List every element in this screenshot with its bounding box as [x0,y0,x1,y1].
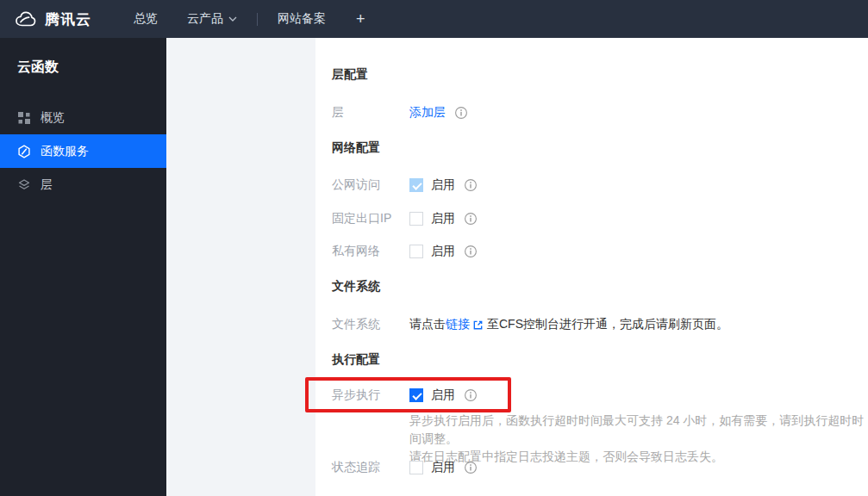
fixed-ip-checkbox[interactable] [409,212,423,226]
sidebar-item-layers[interactable]: 层 [0,168,166,202]
status-trace-label: 状态追踪 [332,460,409,475]
nav-divider [257,13,258,26]
info-icon[interactable] [464,461,478,474]
config-content: 层配置 层 添加层 网络配置 公网访问 启用 固定出口IP [315,38,868,496]
cfs-console-link[interactable]: 链接 [446,317,470,332]
file-system-row: 文件系统 请点击 链接 至CFS控制台进行开通，完成后请刷新页面。 [332,316,728,333]
section-title-layer-config: 层配置 [332,65,368,83]
section-title-file-system: 文件系统 [332,277,380,294]
private-network-checkbox[interactable] [409,245,423,258]
sidebar-item-function-service[interactable]: 函数服务 [0,134,166,168]
sidebar: 云函数 概览 函数服务 层 [0,38,166,496]
async-execution-label: 异步执行 [332,388,409,403]
sidebar-item-label: 函数服务 [41,144,89,159]
status-trace-row: 状态追踪 启用 [332,459,478,476]
chevron-down-icon [228,16,237,22]
sidebar-item-overview[interactable]: 概览 [0,101,166,134]
private-network-label: 私有网络 [332,244,409,259]
file-system-label: 文件系统 [332,317,409,332]
info-icon[interactable] [464,245,478,258]
fixed-ip-label: 固定出口IP [332,211,409,226]
sidebar-item-label: 层 [41,177,53,193]
enable-label: 启用 [431,211,455,226]
nav-cloud-products-label: 云产品 [187,11,223,27]
cloud-logo-icon [14,10,37,28]
async-execution-row: 异步执行 启用 [332,387,478,404]
public-network-row: 公网访问 启用 [332,177,478,194]
add-nav-tab-button[interactable]: + [340,0,381,38]
info-icon[interactable] [464,388,478,402]
function-icon [17,145,31,158]
enable-label: 启用 [431,177,455,193]
sidebar-title: 云函数 [17,59,166,77]
collapsed-panel-gutter [166,38,315,496]
add-layer-link[interactable]: 添加层 [409,105,446,121]
enable-label: 启用 [431,244,455,259]
grid-icon [17,111,31,125]
external-link-icon [472,319,484,331]
nav-website-filing[interactable]: 网站备案 [263,0,340,38]
brand-name: 腾讯云 [45,9,91,29]
tencent-cloud-logo[interactable]: 腾讯云 [14,9,91,29]
public-network-label: 公网访问 [332,177,409,193]
file-system-text-after: 至CFS控制台进行开通，完成后请刷新页面。 [487,317,728,332]
info-icon[interactable] [454,106,468,120]
private-network-row: 私有网络 启用 [332,243,478,260]
top-navigation: 总览 云产品 网站备案 + [119,0,381,38]
nav-website-filing-label: 网站备案 [278,11,326,27]
async-execution-note: 异步执行启用后，函数执行超时时间最大可支持 24 小时，如有需要，请到执行超时时… [409,412,865,466]
info-icon[interactable] [464,212,478,226]
public-network-checkbox[interactable] [409,178,423,192]
fixed-ip-row: 固定出口IP 启用 [332,210,478,227]
nav-overview-label: 总览 [134,11,158,27]
info-icon[interactable] [464,178,478,192]
nav-overview[interactable]: 总览 [119,0,172,38]
layer-row: 层 添加层 [332,104,468,121]
file-system-text-before: 请点击 [409,317,446,332]
section-title-execution-config: 执行配置 [332,350,380,368]
layer-label: 层 [332,105,409,121]
topbar: 腾讯云 总览 云产品 网站备案 + [0,0,868,38]
enable-label: 启用 [431,460,455,475]
enable-label: 启用 [431,388,455,403]
async-execution-checkbox[interactable] [409,388,423,402]
nav-cloud-products[interactable]: 云产品 [172,0,252,38]
layers-icon [17,178,31,192]
async-note-line1: 异步执行启用后，函数执行超时时间最大可支持 24 小时，如有需要，请到执行超时时… [409,412,865,448]
status-trace-checkbox[interactable] [409,461,423,474]
async-note-line2: 请在日志配置中指定日志投递主题，否则会导致日志丢失。 [409,448,865,466]
sidebar-item-label: 概览 [41,110,65,126]
section-title-network-config: 网络配置 [332,139,380,156]
